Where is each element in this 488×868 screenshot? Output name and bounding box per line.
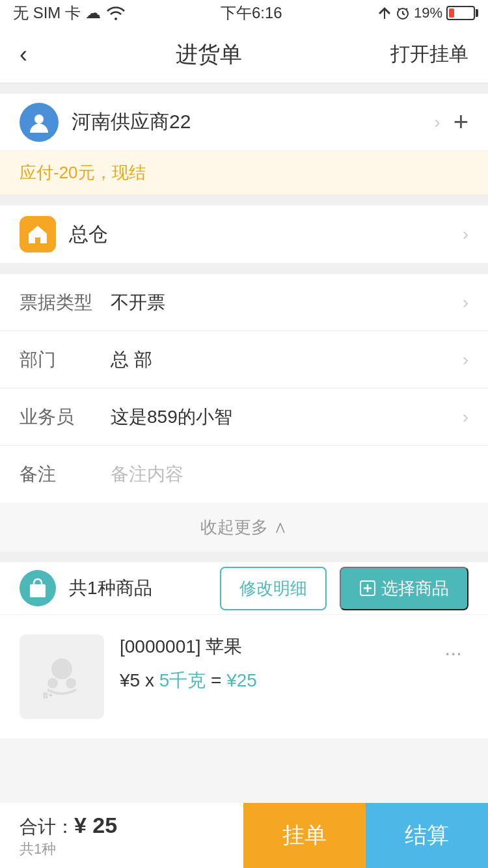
svg-rect-2: [30, 584, 46, 597]
supplier-row[interactable]: 河南供应商22 › +: [0, 94, 488, 151]
dept-value: 总 部: [111, 347, 463, 372]
warehouse-icon: [20, 216, 56, 252]
warehouse-name: 总仓: [69, 221, 463, 248]
select-product-label: 选择商品: [381, 577, 449, 600]
status-time: 下午6:16: [221, 3, 282, 23]
home-icon: [27, 223, 49, 245]
nav-bar: ‹ 进货单 打开挂单: [0, 26, 488, 83]
product-item: 音+ [0000001] 苹果 ¥5 x 5千克 = ¥25 ···: [0, 614, 488, 739]
total-value: ¥25: [226, 670, 257, 690]
total-amount: ¥ 25: [74, 813, 117, 837]
status-right: 19%: [377, 5, 475, 21]
checkout-button[interactable]: 结算: [366, 803, 488, 868]
add-supplier-button[interactable]: +: [454, 107, 468, 137]
product-more-button[interactable]: ···: [438, 634, 468, 671]
svg-point-6: [66, 678, 76, 688]
battery-label: 19%: [414, 5, 442, 21]
svg-point-4: [51, 658, 72, 679]
bottom-total: 合计：¥ 25 共1种: [0, 803, 243, 868]
product-code: [0000001] 苹果: [120, 636, 242, 657]
equals-sign: =: [206, 670, 226, 690]
supplier-section: 河南供应商22 › + 应付-20元，现结: [0, 94, 488, 195]
staff-row[interactable]: 业务员 这是859的小智 ›: [0, 388, 488, 445]
back-button[interactable]: ‹: [20, 41, 27, 68]
svg-point-1: [34, 115, 44, 124]
product-name: [0000001] 苹果: [120, 634, 438, 659]
product-price: ¥5 x 5千克 = ¥25: [120, 668, 438, 693]
modify-detail-button[interactable]: 修改明细: [220, 567, 327, 610]
product-placeholder-icon: 音+: [36, 651, 88, 703]
section-gap-3: [0, 263, 488, 273]
product-section: 共1种商品 修改明细 选择商品 音+: [0, 552, 488, 739]
warehouse-section: 总仓 ›: [0, 206, 488, 263]
supplier-name: 河南供应商22: [72, 109, 434, 135]
invoice-value: 不开票: [111, 290, 463, 315]
staff-label: 业务员: [20, 405, 111, 429]
section-gap-1: [0, 83, 488, 94]
staff-chevron-icon: ›: [463, 407, 468, 427]
form-section: 票据类型 不开票 › 部门 总 部 › 业务员 这是859的小智 › 备注 备注…: [0, 273, 488, 502]
invoice-chevron-icon: ›: [463, 292, 468, 313]
supplier-avatar: [20, 103, 59, 142]
staff-value: 这是859的小智: [111, 405, 463, 429]
invoice-row[interactable]: 票据类型 不开票 ›: [0, 273, 488, 331]
status-bar: 无 SIM 卡 ☁ 下午6:16 19%: [0, 0, 488, 26]
wifi-icon: [106, 6, 126, 20]
alarm-icon: [396, 6, 410, 20]
price-value: ¥5 x: [120, 670, 159, 690]
dept-chevron-icon: ›: [463, 349, 468, 370]
shopping-bag-icon: [27, 578, 48, 599]
remark-placeholder: 备注内容: [111, 462, 468, 487]
section-gap-2: [0, 195, 488, 206]
product-thumbnail: 音+: [20, 634, 104, 719]
battery-icon: [446, 6, 475, 20]
location-icon: [377, 6, 392, 20]
product-header: 共1种商品 修改明细 选择商品: [0, 552, 488, 614]
total-row: 合计：¥ 25: [20, 813, 224, 839]
svg-text:音+: 音+: [42, 692, 53, 699]
svg-point-5: [47, 678, 58, 688]
bottom-bar: 合计：¥ 25 共1种 挂单 结算: [0, 803, 488, 868]
quantity-value: 5千克: [159, 670, 206, 690]
dept-row[interactable]: 部门 总 部 ›: [0, 331, 488, 388]
sim-label: 无 SIM 卡 ☁: [13, 3, 101, 23]
dept-label: 部门: [20, 347, 111, 372]
total-label: 合计：: [20, 817, 74, 837]
open-hold-button[interactable]: 打开挂单: [390, 41, 468, 68]
product-count-label: 共1种商品: [69, 576, 220, 601]
remark-row[interactable]: 备注 备注内容: [0, 445, 488, 502]
page-title: 进货单: [176, 40, 242, 70]
supplier-chevron-icon: ›: [434, 112, 440, 133]
hold-button[interactable]: 挂单: [243, 803, 366, 868]
collapse-button[interactable]: 收起更多 ∧: [0, 502, 488, 552]
product-cart-icon: [20, 570, 56, 606]
total-sub-label: 共1种: [20, 839, 224, 859]
supplier-notice: 应付-20元，现结: [0, 151, 488, 195]
invoice-label: 票据类型: [20, 290, 111, 315]
select-product-button[interactable]: 选择商品: [340, 567, 468, 610]
product-info: [0000001] 苹果 ¥5 x 5千克 = ¥25: [120, 634, 438, 693]
warehouse-chevron-icon: ›: [463, 224, 468, 245]
warehouse-row[interactable]: 总仓 ›: [0, 206, 488, 263]
person-icon: [27, 111, 51, 134]
remark-label: 备注: [20, 462, 111, 487]
status-left: 无 SIM 卡 ☁: [13, 3, 126, 23]
select-icon: [359, 580, 376, 597]
